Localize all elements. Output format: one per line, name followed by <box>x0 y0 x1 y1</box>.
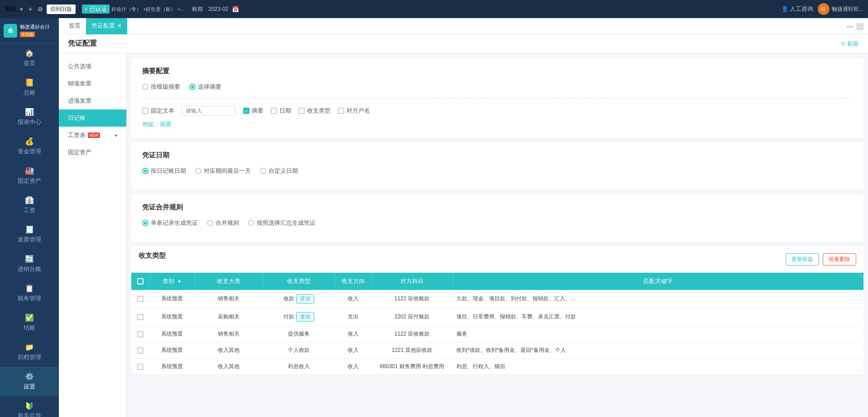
user-name: 畅捷通旺旺... <box>832 5 863 13</box>
top-bar-settings-icon[interactable]: ⚙ <box>38 6 43 13</box>
checkbox-summary[interactable]: ✓ 摘要 <box>243 107 264 115</box>
table-row: 系统预置 销售相关 收款 置顶 收入 1122 应收账款 欠款、现金、项目款、到… <box>131 290 863 308</box>
radio-last-day-label: 对应期间最后一天 <box>204 167 251 175</box>
left-nav-label-diary: 日记账 <box>68 114 86 122</box>
left-nav-item-purchase-invoice[interactable]: 进项发票 <box>59 92 126 109</box>
reset-btn-0[interactable]: 置顶 <box>296 294 314 303</box>
invoices-icon: 🧾 <box>25 225 34 234</box>
calendar-icon[interactable]: 📅 <box>232 6 239 13</box>
cell-checkbox-0[interactable] <box>131 290 149 308</box>
left-nav-label-salary-table: 工资表 <box>68 131 86 139</box>
cell-big-category-0: 销售相关 <box>195 290 263 308</box>
row-checkbox-0[interactable] <box>137 296 144 302</box>
left-nav-item-salary-table[interactable]: 工资表 NEW ▾ <box>59 127 126 144</box>
sidebar-item-label-invoices: 发票管理 <box>18 236 41 244</box>
sidebar-item-settle[interactable]: ✅ 结账 <box>0 308 59 337</box>
cell-category-2: 系统预置 <box>149 326 195 342</box>
cell-type-4: 利息收入 <box>263 359 335 375</box>
top-bar-dropdown-arrow[interactable]: ▾ <box>20 6 23 13</box>
sidebar-item-label-home: 首页 <box>24 59 35 67</box>
sidebar-item-home[interactable]: 🏠 首页 <box>0 43 59 73</box>
sidebar-item-ledger[interactable]: 📒 总账 <box>0 73 59 102</box>
radio-last-day[interactable]: 对应期间最后一天 <box>195 167 251 175</box>
radio-merge-rule[interactable]: 合并规则 <box>207 219 239 227</box>
sidebar-item-guide[interactable]: 🔰 新手引导 <box>0 396 59 417</box>
checkbox-counterparty[interactable]: 对方户名 <box>338 107 370 115</box>
sidebar-item-purchase[interactable]: 🔄 进销台账 <box>0 249 59 279</box>
cell-checkbox-2[interactable] <box>131 326 149 342</box>
consult-button[interactable]: 👤 人工咨询 <box>782 5 813 13</box>
checkbox-fixed-text[interactable]: 固定文本 <box>142 107 174 115</box>
refresh-button[interactable]: ↻ 刷新 <box>841 40 859 48</box>
badge-business: +好生意（标） <box>143 6 176 13</box>
radio-select-summary-label: 选择摘要 <box>198 83 221 91</box>
radio-merge-rule-label: 合并规则 <box>216 219 239 227</box>
left-nav-item-sales-invoice[interactable]: 销项发票 <box>59 75 126 92</box>
sidebar-item-archive[interactable]: 📁 归档管理 <box>0 337 59 367</box>
th-checkbox[interactable] <box>131 273 149 290</box>
switch-old-version-button[interactable]: 切到旧版 <box>47 5 76 14</box>
sidebar-item-tax[interactable]: 📋 税务管理 <box>0 279 59 308</box>
cell-type-3: 个人收款 <box>263 342 335 359</box>
cell-account-0: 1122 应收账款 <box>371 290 453 308</box>
tab-minimize-button[interactable]: — <box>847 23 853 30</box>
radio-template-summary[interactable]: 按模版摘要 <box>142 83 180 91</box>
left-nav-item-public[interactable]: 公共选项 <box>59 58 126 75</box>
radio-single-record[interactable]: 单条记录生成凭证 <box>142 219 198 227</box>
th-account: 对方科目 <box>371 273 453 290</box>
sidebar-item-label-archive: 归档管理 <box>18 353 41 361</box>
row-checkbox-2[interactable] <box>137 331 144 337</box>
sidebar-item-salary[interactable]: 👔 工资 <box>0 190 59 220</box>
voucher-merge-radio-group: 单条记录生成凭证 合并规则 按照选择汇总生成凭证 <box>142 219 853 227</box>
row-checkbox-4[interactable] <box>137 364 144 370</box>
batch-delete-button[interactable]: 批量删除 <box>823 253 856 265</box>
cell-checkbox-4[interactable] <box>131 359 149 375</box>
checkbox-type-box <box>298 108 305 114</box>
top-bar-add-icon[interactable]: ＋ <box>27 5 34 14</box>
main-config: 摘要配置 按模版摘要 选择摘要 <box>127 53 868 417</box>
cell-type-2: 提供服务 <box>263 326 335 342</box>
th-keyword: 匹配关键字 <box>453 273 863 290</box>
assets-icon: 🏭 <box>25 166 34 175</box>
radio-custom-date[interactable]: 自定义日期 <box>260 167 298 175</box>
sidebar-item-assets[interactable]: 🏭 固定资产 <box>0 161 59 190</box>
reset-btn-1[interactable]: 置顶 <box>296 312 314 322</box>
period-value: 2023-02 <box>208 6 228 12</box>
radio-summary-generate[interactable]: 按照选择汇总生成凭证 <box>248 219 316 227</box>
income-expense-title: 收支类型 <box>139 251 166 260</box>
summary-radio-group: 按模版摘要 选择摘要 <box>142 83 853 91</box>
left-nav-item-fixed-assets[interactable]: 固定资产 <box>59 144 126 161</box>
table-actions: 更新权益 批量删除 <box>786 253 856 265</box>
checkbox-date[interactable]: 日期 <box>271 107 291 115</box>
cell-checkbox-3[interactable] <box>131 342 149 359</box>
table-header: 类别 ▼ 收支大类 收支类型 收支方向 对方科目 匹配关键字 <box>131 273 863 290</box>
tab-home-label: 首页 <box>69 22 81 30</box>
cell-checkbox-1[interactable] <box>131 308 149 326</box>
tabs-right-actions: — ⬜ <box>847 23 863 30</box>
row-checkbox-3[interactable] <box>137 347 144 354</box>
update-rights-button[interactable]: 更新权益 <box>786 253 819 265</box>
cell-account-1: 2202 应付账款 <box>371 308 453 326</box>
checkbox-type[interactable]: 收支类型 <box>298 107 331 115</box>
tab-close-icon[interactable]: ✕ <box>117 23 122 29</box>
user-menu[interactable]: 旺 畅捷通旺旺... <box>818 3 863 15</box>
th-big-category: 收支大类 <box>195 273 263 290</box>
fixed-text-input[interactable] <box>182 106 236 116</box>
cell-category-0: 系统预置 <box>149 290 195 308</box>
radio-merge-rule-circle <box>207 220 213 226</box>
tab-maximize-button[interactable]: ⬜ <box>856 23 863 30</box>
sidebar-item-funds[interactable]: 💰 资金管理 <box>0 132 59 161</box>
sidebar-item-invoices[interactable]: 🧾 发票管理 <box>0 220 59 249</box>
tab-home[interactable]: 首页 <box>63 18 86 34</box>
select-all-checkbox[interactable] <box>137 278 144 284</box>
sidebar-item-settings[interactable]: ⚙️ 设置 <box>0 367 59 396</box>
radio-diary-date[interactable]: 按日记账日期 <box>142 167 186 175</box>
radio-select-summary[interactable]: 选择摘要 <box>189 83 221 91</box>
tab-voucher-config[interactable]: 凭证配置 ✕ <box>86 18 127 34</box>
sidebar-item-label-reports: 报表中心 <box>18 118 41 126</box>
income-expense-section: 收支类型 更新权益 批量删除 类别 ▼ <box>131 246 863 375</box>
sidebar-item-reports[interactable]: 📊 报表中心 <box>0 102 59 132</box>
row-checkbox-1[interactable] <box>137 314 144 320</box>
cell-direction-3: 收入 <box>335 342 371 359</box>
left-nav-item-diary[interactable]: 日记账 <box>59 109 126 127</box>
